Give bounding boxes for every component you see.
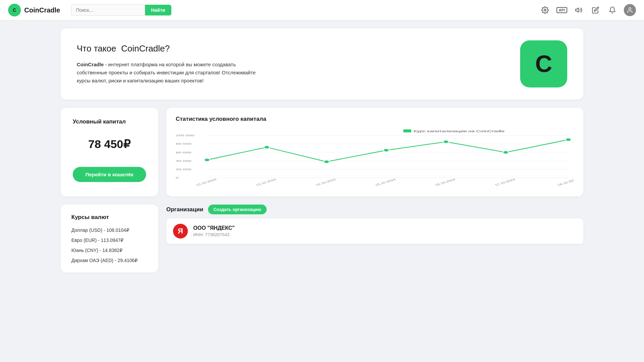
svg-text:12.10.2024: 12.10.2024	[195, 178, 217, 186]
org-avatar: Я	[173, 224, 188, 239]
svg-text:80 000: 80 000	[176, 142, 192, 145]
org-name: ООО "ЯНДЕКС"	[193, 225, 235, 231]
currency-card: Курсы валют Доллар (USD) - 108.0104₽ Евр…	[61, 205, 158, 273]
orgs-title: Организации	[166, 206, 203, 213]
capital-title: Условный капитал	[73, 118, 146, 125]
chart-area: Курс капитализации на CoinCradle 100 000…	[176, 128, 574, 188]
svg-point-4	[629, 8, 631, 10]
svg-text:C: C	[13, 7, 16, 13]
svg-text:40 000: 40 000	[176, 159, 192, 162]
org-info: ООО "ЯНДЕКС" ИНН: 7736207543	[193, 225, 235, 237]
list-item: Евро (EUR) - 113.0947₽	[71, 238, 147, 243]
svg-point-2	[544, 9, 546, 11]
wallet-button[interactable]: Перейти в кошелёк	[73, 167, 146, 182]
bell-icon[interactable]	[607, 5, 618, 15]
svg-marker-3	[576, 8, 578, 12]
svg-text:0: 0	[176, 176, 179, 179]
org-inn: ИНН: 7736207543	[193, 232, 235, 237]
svg-point-23	[443, 140, 449, 143]
create-org-button[interactable]: Создать организацию	[208, 205, 267, 214]
list-item: Юань (CNY) - 14.8382₽	[71, 248, 147, 253]
svg-point-24	[503, 151, 509, 154]
main-content: Что такое CoinCradle? CoinCradle - интер…	[0, 20, 644, 281]
logo-text: CoinCradle	[24, 6, 60, 14]
svg-point-21	[324, 160, 329, 163]
svg-point-19	[204, 158, 210, 161]
list-item: Дирхам ОАЭ (AED) - 29.4106₽	[71, 258, 147, 263]
organizations-card: Организации Создать организацию Я ООО "Я…	[166, 205, 583, 273]
chart-svg: Курс капитализации на CoinCradle 100 000…	[176, 128, 574, 188]
svg-text:20 000: 20 000	[176, 168, 192, 171]
intro-title: Что такое CoinCradle?	[77, 43, 265, 54]
edit-icon[interactable]	[590, 5, 601, 15]
svg-text:13.10.2024: 13.10.2024	[255, 178, 277, 186]
middle-row: Условный капитал 78 450₽ Перейти в кошел…	[61, 108, 583, 196]
speaker-icon[interactable]	[573, 5, 584, 15]
svg-text:100 000: 100 000	[176, 134, 194, 137]
chart-card: Статистика условного капитала Курс капит…	[166, 108, 583, 196]
orgs-header: Организации Создать организацию	[166, 205, 583, 214]
svg-point-20	[264, 146, 270, 149]
search-input[interactable]	[71, 4, 145, 16]
list-item: Доллар (USD) - 108.0104₽	[71, 227, 147, 233]
bottom-row: Курсы валют Доллар (USD) - 108.0104₽ Евр…	[61, 205, 583, 273]
intro-logo-letter: C	[535, 50, 552, 77]
svg-point-22	[383, 149, 389, 152]
user-avatar[interactable]	[624, 4, 636, 16]
logo[interactable]: C CoinCradle	[8, 4, 60, 16]
org-item[interactable]: Я ООО "ЯНДЕКС" ИНН: 7736207543	[166, 218, 583, 244]
svg-text:60 000: 60 000	[176, 151, 192, 154]
svg-point-25	[566, 138, 571, 141]
search-button[interactable]: Найти	[145, 5, 171, 15]
settings-icon[interactable]	[540, 5, 550, 15]
intro-card: Что такое CoinCradle? CoinCradle - интер…	[61, 28, 583, 100]
svg-text:16.10.2024: 16.10.2024	[434, 178, 456, 186]
svg-text:18.10.2024: 18.10.2024	[556, 178, 574, 186]
svg-text:15.10.2024: 15.10.2024	[374, 178, 397, 186]
svg-rect-5	[403, 130, 411, 133]
chart-title: Статистика условного капитала	[176, 116, 574, 122]
logo-icon: C	[8, 4, 21, 16]
capital-amount: 78 450₽	[73, 137, 146, 151]
svg-text:Курс капитализации на CoinCrad: Курс капитализации на CoinCradle	[413, 130, 505, 133]
svg-text:14.10.2024: 14.10.2024	[314, 178, 337, 186]
header: C CoinCradle Найти API	[0, 0, 644, 20]
api-badge[interactable]: API	[556, 7, 567, 13]
intro-logo: C	[520, 40, 567, 87]
search-container: Найти	[71, 4, 171, 16]
currency-title: Курсы валют	[71, 214, 147, 221]
header-icons: API	[540, 4, 636, 16]
capital-card: Условный капитал 78 450₽ Перейти в кошел…	[61, 108, 158, 196]
intro-text: Что такое CoinCradle? CoinCradle - интер…	[77, 43, 265, 85]
currency-list: Доллар (USD) - 108.0104₽ Евро (EUR) - 11…	[71, 227, 147, 263]
svg-text:17.10.2024: 17.10.2024	[494, 178, 516, 186]
intro-description: CoinCradle - интернет платформа на котор…	[77, 61, 265, 85]
